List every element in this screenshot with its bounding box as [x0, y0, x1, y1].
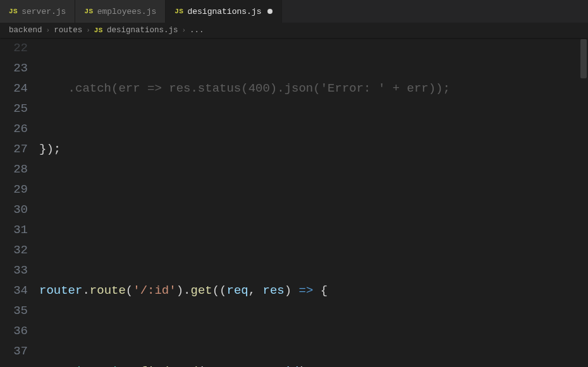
- js-icon: JS: [9, 8, 18, 15]
- line-number: 24: [0, 78, 28, 99]
- line-number: 27: [0, 139, 28, 159]
- breadcrumb: backend › routes › JS designations.js › …: [0, 23, 588, 38]
- js-icon: JS: [94, 27, 103, 34]
- chevron-right-icon: ›: [181, 27, 186, 34]
- chevron-right-icon: ›: [86, 27, 90, 34]
- scrollbar-thumb[interactable]: [580, 39, 587, 78]
- tab-employees-js[interactable]: JS employees.js: [75, 0, 166, 23]
- line-number: 32: [0, 240, 28, 260]
- code-line[interactable]: [39, 200, 450, 220]
- line-number: 22: [0, 38, 28, 58]
- line-number: 28: [0, 159, 28, 179]
- code-line[interactable]: Designation.findById(req.params.id): [39, 361, 450, 367]
- breadcrumb-seg[interactable]: routes: [54, 26, 82, 35]
- chevron-right-icon: ›: [46, 27, 51, 34]
- tab-server-js[interactable]: JS server.js: [0, 0, 75, 23]
- tab-label: employees.js: [97, 7, 157, 16]
- line-number: 29: [0, 179, 28, 200]
- line-number: 36: [0, 321, 28, 341]
- line-number: 35: [0, 301, 28, 321]
- code-line[interactable]: });: [39, 139, 450, 159]
- line-number: 31: [0, 220, 28, 240]
- js-icon: JS: [175, 8, 183, 15]
- line-number: 23: [0, 58, 28, 78]
- code-content[interactable]: .catch(err => res.status(400).json('Erro…: [39, 38, 450, 367]
- line-number: 25: [0, 99, 28, 119]
- line-number: 34: [0, 280, 28, 301]
- line-gutter: 22 23 24 25 26 27 28 29 30 31 32 33 34 3…: [0, 38, 39, 367]
- breadcrumb-seg[interactable]: designations.js: [107, 26, 178, 35]
- code-line[interactable]: router.route('/:id').get((req, res) => {: [39, 280, 450, 301]
- line-number: 37: [0, 341, 28, 361]
- breadcrumb-seg[interactable]: ...: [190, 26, 204, 35]
- breadcrumb-seg[interactable]: backend: [9, 26, 42, 35]
- js-icon: JS: [84, 8, 93, 15]
- tab-label: server.js: [21, 7, 66, 16]
- tab-label: designations.js: [187, 7, 261, 16]
- line-number: 26: [0, 119, 28, 139]
- line-number: 33: [0, 260, 28, 280]
- code-line[interactable]: .catch(err => res.status(400).json('Erro…: [39, 78, 450, 99]
- unsaved-indicator-icon: [267, 9, 273, 14]
- code-editor[interactable]: 22 23 24 25 26 27 28 29 30 31 32 33 34 3…: [0, 38, 588, 367]
- tabs-bar: JS server.js JS employees.js JS designat…: [0, 0, 588, 23]
- line-number: 30: [0, 200, 28, 220]
- tab-designations-js[interactable]: JS designations.js: [166, 0, 282, 23]
